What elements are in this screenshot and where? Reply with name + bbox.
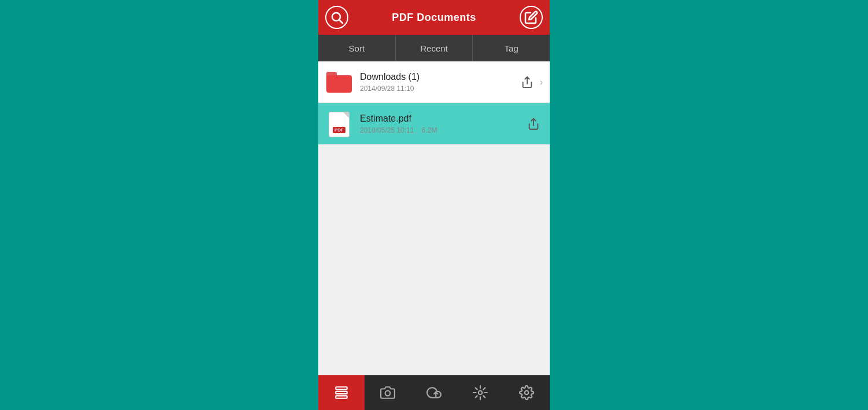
- share-button[interactable]: [524, 115, 543, 133]
- page-title: PDF Documents: [392, 12, 476, 24]
- app-container: PDF Documents Sort Recent Tag Downloads …: [318, 0, 550, 410]
- svg-rect-6: [336, 396, 347, 398]
- search-button[interactable]: [325, 6, 348, 29]
- svg-point-9: [479, 391, 483, 395]
- table-row[interactable]: PDF Estimate.pdf 2018/05/25 10:11 6.2M: [318, 103, 550, 145]
- file-info: Downloads (1) 2014/09/28 11:10: [360, 72, 518, 93]
- bottom-nav: [318, 375, 550, 410]
- file-actions: [524, 115, 543, 133]
- file-name: Downloads (1): [360, 72, 518, 82]
- file-size: 6.2M: [422, 126, 437, 134]
- file-name: Estimate.pdf: [360, 114, 524, 124]
- edit-button[interactable]: [520, 6, 543, 29]
- svg-rect-4: [336, 387, 347, 389]
- file-info: Estimate.pdf 2018/05/25 10:11 6.2M: [360, 114, 524, 134]
- nav-camera[interactable]: [365, 375, 411, 410]
- chevron-right-icon: ›: [540, 77, 543, 87]
- file-actions: ›: [518, 73, 543, 91]
- folder-icon: [325, 68, 353, 96]
- svg-point-7: [385, 391, 391, 396]
- tab-sort[interactable]: Sort: [318, 35, 396, 61]
- file-date: 2014/09/28 11:10: [360, 85, 518, 93]
- nav-cloud[interactable]: [411, 375, 457, 410]
- file-meta: 2018/05/25 10:11 6.2M: [360, 126, 524, 134]
- svg-rect-5: [336, 391, 347, 394]
- pdf-icon: PDF: [325, 110, 353, 138]
- table-row[interactable]: Downloads (1) 2014/09/28 11:10 ›: [318, 61, 550, 103]
- tab-bar: Sort Recent Tag: [318, 35, 550, 61]
- nav-tools[interactable]: [457, 375, 503, 410]
- file-date: 2018/05/25 10:11: [360, 126, 414, 134]
- share-button[interactable]: [518, 73, 536, 91]
- tab-tag[interactable]: Tag: [473, 35, 550, 61]
- nav-documents[interactable]: [318, 375, 365, 410]
- header: PDF Documents: [318, 0, 550, 35]
- file-list: Downloads (1) 2014/09/28 11:10 ›: [318, 61, 550, 375]
- nav-settings[interactable]: [503, 375, 550, 410]
- svg-line-1: [340, 20, 343, 24]
- tab-recent[interactable]: Recent: [396, 35, 473, 61]
- svg-point-10: [525, 391, 529, 395]
